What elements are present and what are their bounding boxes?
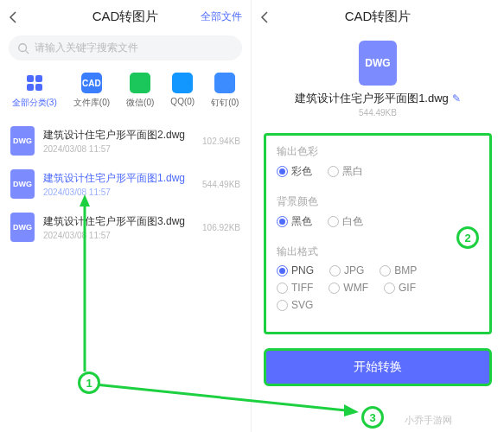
radio-BMP[interactable]: BMP — [380, 264, 417, 276]
watermark-text: 小乔手游网 — [405, 414, 452, 427]
back-icon[interactable] — [258, 10, 272, 24]
back-icon[interactable] — [7, 10, 21, 24]
radio-黑色[interactable]: 黑色 — [277, 214, 312, 229]
qq-icon — [172, 73, 193, 93]
radio-dot-icon — [329, 283, 340, 294]
selected-file-size: 544.49KB — [359, 108, 397, 118]
radio-label: 黑色 — [291, 214, 312, 229]
option-group-out_format: 输出格式PNGJPGBMPTIFFWMFGIFSVG — [277, 245, 479, 316]
option-group-label: 输出色彩 — [277, 144, 479, 159]
option-group-bg_color: 背景颜色黑色白色 — [277, 194, 479, 234]
left-header: CAD转图片 全部文件 — [0, 0, 251, 32]
category-tabs: 全部分类(3)CAD文件库(0)微信(0)QQ(0)钉钉(0) — [0, 64, 251, 114]
file-meta: 2024/03/08 11:57 — [43, 187, 197, 197]
file-meta: 2024/03/08 11:57 — [43, 231, 197, 240]
radio-dot-icon — [277, 216, 288, 227]
radio-dot-icon — [328, 166, 339, 177]
option-group-label: 背景颜色 — [277, 194, 479, 209]
category-label: 钉钉(0) — [211, 97, 239, 109]
radio-label: PNG — [291, 264, 314, 276]
category-tab[interactable]: 全部分类(3) — [12, 73, 57, 109]
radio-label: 白色 — [342, 214, 363, 229]
file-name: 建筑设计住宅户形平面图3.dwg — [43, 214, 197, 229]
radio-dot-icon — [384, 283, 395, 294]
search-icon — [17, 42, 29, 54]
category-tab[interactable]: 微信(0) — [126, 73, 154, 109]
dwg-file-icon: DWG — [10, 169, 35, 199]
radio-dot-icon — [277, 300, 288, 311]
right-header: CAD转图片 — [252, 0, 504, 34]
radio-label: JPG — [344, 264, 364, 276]
file-list: DWG建筑设计住宅户形平面图2.dwg2024/03/08 11:57102.9… — [0, 114, 251, 254]
radio-dot-icon — [277, 283, 288, 294]
start-convert-button[interactable]: 开始转换 — [264, 348, 492, 386]
dwg-file-icon: DWG — [10, 126, 35, 156]
radio-label: GIF — [399, 282, 416, 294]
file-name: 建筑设计住宅户形平面图1.dwg — [43, 171, 197, 186]
search-placeholder: 请输入关键字搜索文件 — [35, 41, 138, 55]
dwg-file-icon: DWG — [359, 41, 397, 86]
file-meta: 2024/03/08 11:57 — [43, 144, 197, 154]
search-input[interactable]: 请输入关键字搜索文件 — [9, 35, 242, 60]
radio-PNG[interactable]: PNG — [277, 264, 314, 276]
selected-file-name: 建筑设计住宅户形平面图1.dwg ✎ — [295, 91, 461, 106]
selected-file-card: DWG 建筑设计住宅户形平面图1.dwg ✎ 544.49KB — [252, 34, 504, 126]
radio-label: 彩色 — [291, 164, 312, 179]
radio-WMF[interactable]: WMF — [329, 282, 368, 294]
svg-point-0 — [19, 43, 27, 51]
radio-dot-icon — [328, 216, 339, 227]
convert-pane: CAD转图片 DWG 建筑设计住宅户形平面图1.dwg ✎ 544.49KB 输… — [252, 0, 504, 432]
radio-彩色[interactable]: 彩色 — [277, 164, 312, 179]
file-list-pane: CAD转图片 全部文件 请输入关键字搜索文件 全部分类(3)CAD文件库(0)微… — [0, 0, 252, 432]
radio-dot-icon — [277, 166, 288, 177]
radio-黑白[interactable]: 黑白 — [328, 164, 363, 179]
svg-point-4 — [178, 77, 188, 89]
annotation-2-icon: 2 — [456, 226, 479, 249]
right-title: CAD转图片 — [345, 9, 411, 25]
svg-point-3 — [139, 82, 146, 89]
annotation-3-icon: 3 — [361, 406, 384, 429]
wechat-icon — [130, 73, 150, 93]
radio-label: BMP — [394, 264, 417, 276]
category-label: 全部分类(3) — [12, 97, 57, 109]
radio-dot-icon — [380, 265, 391, 276]
ding-icon — [214, 73, 235, 93]
grid-icon — [24, 73, 45, 93]
option-group-color_mode: 输出色彩彩色黑白 — [277, 144, 479, 184]
file-name: 建筑设计住宅户形平面图2.dwg — [43, 128, 197, 143]
radio-label: WMF — [343, 282, 368, 294]
category-label: QQ(0) — [170, 97, 195, 106]
radio-TIFF[interactable]: TIFF — [277, 282, 313, 294]
edit-name-icon[interactable]: ✎ — [452, 92, 461, 105]
left-title: CAD转图片 — [93, 9, 159, 25]
category-tab[interactable]: QQ(0) — [170, 73, 195, 109]
file-row[interactable]: DWG建筑设计住宅户形平面图1.dwg2024/03/08 11:57544.4… — [0, 162, 251, 206]
dwg-file-icon: DWG — [10, 213, 35, 242]
radio-label: TIFF — [291, 282, 313, 294]
all-files-link[interactable]: 全部文件 — [201, 10, 242, 24]
radio-label: 黑白 — [342, 164, 363, 179]
svg-line-1 — [26, 50, 29, 54]
radio-SVG[interactable]: SVG — [277, 299, 313, 311]
category-label: 微信(0) — [126, 97, 154, 109]
radio-label: SVG — [291, 299, 313, 311]
file-name-text: 建筑设计住宅户形平面图1.dwg — [295, 91, 449, 106]
CAD-icon: CAD — [81, 73, 102, 93]
radio-dot-icon — [329, 265, 341, 276]
option-group-label: 输出格式 — [277, 245, 479, 259]
category-label: 文件库(0) — [73, 97, 110, 109]
radio-JPG[interactable]: JPG — [329, 264, 364, 276]
file-size: 544.49KB — [202, 180, 240, 189]
category-tab[interactable]: 钉钉(0) — [211, 73, 239, 109]
file-size: 102.94KB — [202, 137, 240, 146]
file-row[interactable]: DWG建筑设计住宅户形平面图2.dwg2024/03/08 11:57102.9… — [0, 119, 251, 162]
radio-GIF[interactable]: GIF — [384, 282, 416, 294]
file-row[interactable]: DWG建筑设计住宅户形平面图3.dwg2024/03/08 11:57106.9… — [0, 206, 251, 249]
radio-白色[interactable]: 白色 — [328, 214, 363, 229]
file-size: 106.92KB — [202, 223, 240, 232]
annotation-1-icon: 1 — [78, 372, 100, 394]
category-tab[interactable]: CAD文件库(0) — [73, 73, 110, 109]
radio-dot-icon — [277, 265, 288, 276]
